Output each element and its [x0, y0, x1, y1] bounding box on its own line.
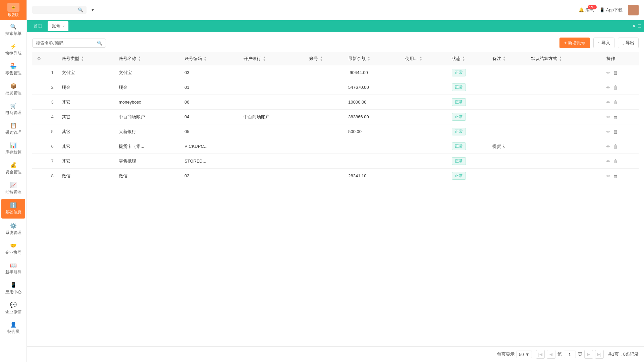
user-avatar[interactable] [628, 5, 639, 15]
row-bank-cell [241, 95, 307, 110]
sidebar-item-inventory[interactable]: 📊 库存核算 [0, 139, 26, 159]
row-balance-cell: 547670.00 [345, 80, 402, 95]
tab-account[interactable]: 账号 × [48, 21, 68, 31]
sidebar-item-retail[interactable]: 🏪 零售管理 [0, 60, 26, 79]
toolbar: 🔍 + 新增账号 ↑ 导入 ↓ 导出 [32, 38, 639, 48]
prev-page-button[interactable]: ◀ [547, 350, 555, 359]
table-row: 8 微信 微信 02 28241.10 正常 ✏ 🗑 [32, 169, 639, 183]
guide-icon: 📖 [10, 262, 17, 268]
edit-icon[interactable]: ✏ [606, 144, 610, 149]
sidebar-item-wholesale[interactable]: 📦 批发管理 [0, 79, 26, 99]
col-settlement-sort[interactable]: ▲▼ [559, 56, 562, 62]
sidebar-item-wechat[interactable]: 💬 企业微信 [0, 298, 26, 318]
edit-icon[interactable]: ✏ [606, 100, 610, 105]
top-search-box[interactable]: 🔍 [32, 6, 87, 14]
col-type-label: 账号类型 [62, 56, 79, 61]
export-button[interactable]: ↓ 导出 [618, 38, 639, 48]
sidebar-item-label: 电商管理 [5, 110, 21, 116]
page-size-section: 每页显示 50 ▼ [497, 351, 532, 358]
sidebar-item-system[interactable]: ⚙️ 系统管理 [0, 219, 26, 239]
action-icons: ✏ 🗑 [606, 114, 636, 120]
first-page-button[interactable]: |◀ [536, 350, 545, 359]
row-settlement-cell [528, 80, 603, 95]
row-index-cell: 2 [46, 80, 59, 95]
next-page-button[interactable]: ▶ [584, 350, 593, 359]
delete-icon[interactable]: 🗑 [613, 85, 618, 90]
col-status-label: 状态 [452, 56, 461, 61]
sidebar-item-member[interactable]: 👤 畅会员 [0, 318, 26, 338]
sidebar-item-app-center[interactable]: 📱 应用中心 [0, 279, 26, 298]
search-input[interactable] [36, 41, 95, 46]
col-usage-sort[interactable]: ▲▼ [420, 56, 422, 62]
add-account-button[interactable]: + 新增账号 [559, 38, 590, 48]
edit-icon[interactable]: ✏ [606, 70, 610, 75]
row-settings-cell [32, 65, 46, 80]
table-row: 6 其它 提货卡（零... PICKUPC... 正常 提货卡 ✏ 🗑 [32, 139, 639, 154]
sidebar-item-basic-info[interactable]: ℹ️ 基础信息 [1, 199, 25, 219]
delete-icon[interactable]: 🗑 [613, 173, 618, 179]
col-account-sort[interactable]: ▲▼ [320, 56, 323, 62]
col-index [46, 52, 59, 65]
page-size-select[interactable]: 50 ▼ [517, 351, 532, 358]
row-bank-cell [241, 154, 307, 169]
delete-icon[interactable]: 🗑 [613, 70, 618, 75]
tab-minimize-icon[interactable]: × [632, 23, 635, 29]
row-settlement-cell [528, 95, 603, 110]
delete-icon[interactable]: 🗑 [613, 144, 618, 149]
row-note-cell: 提货卡 [490, 139, 529, 154]
table-row: 3 其它 moneybosx 06 10000.00 正常 ✏ 🗑 [32, 95, 639, 110]
import-button[interactable]: ↑ 导入 [593, 38, 614, 48]
sidebar-item-guide[interactable]: 📖 新手引导 [0, 259, 26, 279]
tab-close-icon[interactable]: × [62, 24, 64, 28]
edit-icon[interactable]: ✏ [606, 114, 610, 120]
row-action-cell: ✏ 🗑 [604, 95, 639, 110]
edit-icon[interactable]: ✏ [606, 173, 610, 179]
row-account-cell [307, 65, 345, 80]
col-bank-sort[interactable]: ▲▼ [263, 56, 266, 62]
settings-gear-icon[interactable]: ⚙ [37, 56, 41, 61]
col-action-label: 操作 [606, 56, 615, 61]
tab-account-label: 账号 [52, 23, 60, 29]
edit-icon[interactable]: ✏ [606, 85, 610, 90]
col-status-sort[interactable]: ▲▼ [462, 56, 465, 62]
sidebar-item-label: 系统管理 [5, 230, 21, 236]
top-search-input[interactable] [36, 7, 76, 12]
sidebar-item-quick-nav[interactable]: ⚡ 快捷导航 [0, 40, 26, 60]
row-index-cell: 8 [46, 169, 59, 183]
delete-icon[interactable]: 🗑 [613, 129, 618, 134]
sidebar-item-search-menu[interactable]: 🔍 搜索菜单 [0, 20, 26, 40]
last-page-button[interactable]: ▶| [595, 350, 604, 359]
tab-home[interactable]: 首页 [30, 21, 46, 31]
delete-icon[interactable]: 🗑 [613, 159, 618, 164]
search-box[interactable]: 🔍 [32, 39, 106, 48]
sidebar-item-operations[interactable]: 📈 经营管理 [0, 178, 26, 198]
col-code-sort[interactable]: ▲▼ [204, 56, 207, 62]
col-note-sort[interactable]: ▲▼ [503, 56, 505, 62]
dropdown-button[interactable]: ▼ [91, 7, 95, 12]
delete-icon[interactable]: 🗑 [613, 114, 618, 120]
pagination-bar: 每页显示 50 ▼ |◀ ◀ 第 页 ▶ ▶| 共1页，8条记录 [27, 346, 644, 362]
row-index-cell: 6 [46, 139, 59, 154]
col-balance-sort[interactable]: ▲▼ [368, 56, 370, 62]
sidebar-item-purchase[interactable]: 📋 采购管理 [0, 119, 26, 139]
edit-icon[interactable]: ✏ [606, 129, 610, 134]
tab-maximize-icon[interactable]: □ [638, 23, 641, 29]
app-logo: 🐱 乐版版 [0, 0, 26, 20]
delete-icon[interactable]: 🗑 [613, 100, 618, 105]
edit-icon[interactable]: ✏ [606, 159, 610, 164]
sidebar-item-label: 零售管理 [5, 70, 21, 76]
action-icons: ✏ 🗑 [606, 85, 636, 90]
notification-button[interactable]: 🔔 消息 99+ [579, 7, 594, 13]
page-number-input[interactable] [564, 351, 576, 358]
row-type-cell: 其它 [59, 110, 116, 124]
sidebar-item-enterprise[interactable]: 🤝 企业协同 [0, 239, 26, 259]
tab-home-label: 首页 [34, 23, 42, 29]
col-name-sort[interactable]: ▲▼ [138, 56, 141, 62]
col-type-sort[interactable]: ▲▼ [81, 56, 84, 62]
row-usage-cell [402, 169, 449, 183]
row-name-cell: 微信 [116, 169, 182, 183]
sidebar-item-finance[interactable]: 💰 资金管理 [0, 159, 26, 178]
row-action-cell: ✏ 🗑 [604, 80, 639, 95]
app-download-button[interactable]: 📱 App下载 [599, 7, 623, 13]
sidebar-item-ecommerce[interactable]: 🛒 电商管理 [0, 99, 26, 119]
